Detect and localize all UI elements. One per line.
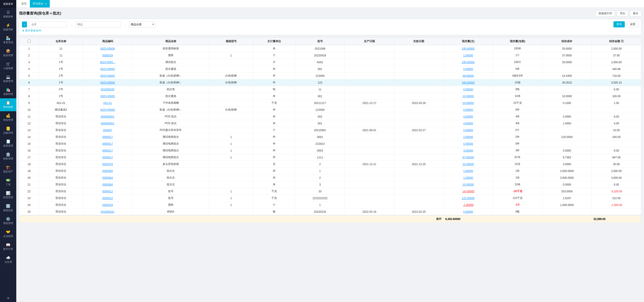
- sidebar-item-assets[interactable]: 🏗️ 固定资产: [0, 163, 16, 176]
- table-row: 17 营业综仓 0000017 测试电商批次 1 件 1111 87.00000…: [19, 154, 641, 161]
- sidebar-item-retail[interactable]: 🏪 零售管理: [0, 34, 16, 47]
- select-all-checkbox[interactable]: [28, 40, 30, 43]
- cell-num: 10: [19, 106, 39, 113]
- sidebar-item-wholesale[interactable]: 📦 批发管理: [0, 47, 16, 60]
- export-button[interactable]: 导出: [617, 11, 628, 17]
- sidebar-item-tax[interactable]: 🏛️ 税务管理: [0, 150, 16, 163]
- cell-qty[interactable]: 10.00000: [443, 161, 493, 168]
- sidebar-item-base[interactable]: ℹ️ 基础信息: [0, 202, 16, 215]
- cell-qty[interactable]: 100.00000: [443, 45, 493, 52]
- cell-qty[interactable]: 0.00000: [443, 86, 493, 93]
- cell-name: 测试电商批次: [132, 140, 209, 147]
- cell-qty[interactable]: 2.00000: [443, 134, 493, 140]
- cell-code[interactable]: 0023-00005: [83, 66, 132, 73]
- tab-close-button[interactable]: ✕: [45, 2, 47, 6]
- cell-qty[interactable]: 0.00000: [443, 106, 493, 113]
- print-button[interactable]: 按描述打印: [596, 11, 615, 17]
- cell-code[interactable]: 0000017: [83, 134, 132, 140]
- cell-code[interactable]: 0000017: [83, 154, 132, 161]
- cell-qty[interactable]: 0.00000: [443, 208, 493, 215]
- sidebar-item-inventory[interactable]: 📋 库存核查: [0, 98, 16, 111]
- cell-code[interactable]: 0023-0000...: [83, 59, 132, 66]
- cell-qty[interactable]: 1.00000: [443, 168, 493, 175]
- sidebar-item-search-menu[interactable]: ☰ 搜索菜单: [0, 8, 16, 21]
- cell-code[interactable]: 0000017: [83, 140, 132, 147]
- cell-warehouse: 营业综仓: [39, 154, 83, 161]
- cell-qty[interactable]: 4.00000: [443, 120, 493, 127]
- cell-code[interactable]: 0000012: [83, 195, 132, 202]
- cell-qty[interactable]: 10.00000: [443, 93, 493, 100]
- sidebar-item-guide[interactable]: 📖 新手引导: [0, 240, 16, 253]
- cell-code[interactable]: 0023-00008: [83, 106, 132, 113]
- sidebar-item-invoice[interactable]: 🧾 发票管理: [0, 137, 16, 150]
- cell-qty[interactable]: 87.00000: [443, 154, 493, 161]
- cell-qty[interactable]: 1.00000: [443, 52, 493, 59]
- cell-code[interactable]: 001000026: [83, 86, 132, 93]
- query-button[interactable]: 查询: [614, 21, 625, 27]
- tab-active[interactable]: 库存批次 ✕: [30, 0, 50, 8]
- tab-home[interactable]: 首页: [18, 0, 30, 8]
- cell-code[interactable]: 0023-00009: [83, 45, 132, 52]
- cell-qty[interactable]: 10.00000: [443, 181, 493, 188]
- settings-filter-button[interactable]: 设置: [627, 21, 638, 27]
- sidebar-item-ecom-mgr[interactable]: 💻 电商管理: [0, 73, 16, 85]
- cell-qty[interactable]: 1.00000: [443, 175, 493, 181]
- cell-code[interactable]: 001000031: [83, 208, 132, 215]
- sidebar-item-ecommerce[interactable]: 🛒 小超电商: [0, 60, 16, 73]
- cell-qty[interactable]: 10.00000: [443, 100, 493, 106]
- table-row: 16 营业综仓 0000017 测试电商批次 1 件 0003 3.00000 …: [19, 147, 641, 154]
- product-input[interactable]: [75, 22, 120, 27]
- sidebar-item-ops[interactable]: 📊 经营管理: [0, 189, 16, 202]
- settings-button[interactable]: ⚙: [0, 294, 16, 302]
- cell-qty[interactable]: 122.00000: [443, 195, 493, 202]
- cell-qty[interactable]: -16.00000: [443, 188, 493, 195]
- cell-code[interactable]: 000097: [83, 127, 132, 134]
- cell-code[interactable]: 0023-00005: [83, 73, 132, 79]
- cell-name: 测试批次: [132, 59, 209, 66]
- cell-qty[interactable]: 4.00000: [443, 113, 493, 120]
- cell-code[interactable]: 0000084: [83, 168, 132, 175]
- cell-code[interactable]: 0000078: [83, 161, 132, 168]
- col-header-name: 商品名称: [132, 38, 209, 45]
- sidebar-item-salary[interactable]: 💵 工资: [0, 176, 16, 189]
- cell-code[interactable]: 0000029: [83, 202, 132, 208]
- cell-code[interactable]: 0000017: [83, 147, 132, 154]
- cell-num: 17: [19, 154, 39, 161]
- cell-code[interactable]: 0000012: [83, 188, 132, 195]
- cell-code[interactable]: 000900001: [83, 113, 132, 120]
- category-select[interactable]: 商品分类: [129, 22, 156, 27]
- sidebar-item-system[interactable]: ⚙️ 系统管理: [0, 215, 16, 227]
- sidebar-item-finance[interactable]: 💰 资金管理: [0, 111, 16, 124]
- filter-collapse-button[interactable]: ›: [22, 22, 27, 27]
- warehouse-input[interactable]: [29, 22, 67, 27]
- cell-qty[interactable]: 100.00000: [443, 79, 493, 86]
- cell-code[interactable]: A01-01: [83, 100, 132, 106]
- cell-name: 票阵: [132, 202, 209, 208]
- cell-qty[interactable]: 49.60000: [443, 73, 493, 79]
- cell-qty[interactable]: -1.00000: [443, 202, 493, 208]
- sidebar-item-cloud[interactable]: ☁️ 云应用: [0, 253, 16, 266]
- cell-code[interactable]: 0023-00005: [83, 93, 132, 100]
- cell-code[interactable]: 0000029: [83, 52, 132, 59]
- cell-warehouse: 营业综仓: [39, 140, 83, 147]
- cell-qty[interactable]: 100.00000: [443, 59, 493, 66]
- sidebar-item-ledger[interactable]: 📒 总账管理: [0, 124, 16, 137]
- footer-empty2: [542, 215, 592, 222]
- expand-conditions-button[interactable]: ▼ 展开更多条件: [22, 29, 638, 33]
- cell-qty[interactable]: 0.00000: [443, 140, 493, 147]
- sidebar-logo[interactable]: 搜索菜单: [0, 0, 16, 8]
- sidebar-item-collab[interactable]: 🤝 企业协同: [0, 227, 16, 240]
- sidebar-item-purchase[interactable]: 🛍️ 采购管理: [0, 85, 16, 98]
- cell-qty[interactable]: 0.00000: [443, 66, 493, 73]
- cell-code[interactable]: 000900001: [83, 120, 132, 127]
- cell-batch: 2021098: [295, 45, 344, 52]
- cell-code[interactable]: 0023-00008: [83, 79, 132, 86]
- cell-qty[interactable]: 0.00000: [443, 127, 493, 134]
- cell-cost: 0.1000: [542, 100, 592, 106]
- cell-code[interactable]: 0000084: [83, 181, 132, 188]
- cell-code[interactable]: 0000084: [83, 175, 132, 181]
- cell-qty[interactable]: 3.00000: [443, 147, 493, 154]
- refresh-button[interactable]: 展示: [630, 11, 641, 17]
- sidebar-item-quick-nav[interactable]: ⚡ 快捷导航: [0, 21, 16, 34]
- cell-cost: 2,000.0000: [542, 168, 592, 175]
